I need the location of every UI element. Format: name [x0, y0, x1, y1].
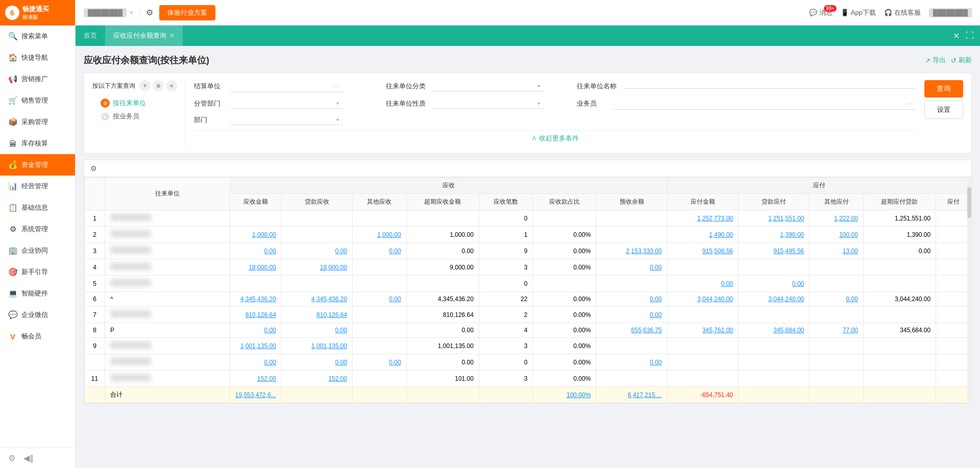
cell-link-value[interactable]: 0.00	[353, 292, 407, 307]
cell-link-value[interactable]: 0.00	[353, 354, 407, 371]
sidebar-item-inventory[interactable]: 🏛 库存核算	[0, 133, 75, 154]
cell-link-value[interactable]: 4,345,436.20	[230, 292, 281, 307]
sidebar-item-finance[interactable]: 💰 资金管理	[0, 154, 75, 176]
cell-link-value[interactable]: 0.00	[810, 292, 864, 307]
cell-link-value[interactable]: 152.00	[281, 371, 352, 387]
cell-link-value[interactable]: 915,508.56	[667, 243, 738, 259]
cell-link-value[interactable]: 1,001,135.00	[281, 338, 352, 354]
cell-link-value[interactable]: 1,000.00	[230, 227, 281, 243]
cell-link-value[interactable]: 18,000.00	[281, 259, 352, 276]
cell-link-value[interactable]: 345,761.00	[667, 323, 738, 338]
partner-category-select[interactable]: ▾	[432, 81, 544, 91]
partner-category-dropdown-icon[interactable]: ▾	[537, 83, 540, 89]
cell-link-value[interactable]: 0.00	[230, 243, 281, 259]
cell-link-value[interactable]: 0.00	[281, 243, 352, 259]
cell-link-value[interactable]: 0.00	[596, 259, 667, 276]
cell-link-value[interactable]: 1,000.00	[353, 227, 407, 243]
cell-link-value[interactable]: 0.00	[738, 276, 809, 292]
query-button[interactable]: 查询	[924, 80, 963, 97]
cell-link-value[interactable]: 2,153,333.00	[596, 243, 667, 259]
settlement-unit-dots-icon[interactable]: ···	[333, 82, 339, 90]
cell-link-value[interactable]: 152.00	[230, 371, 281, 387]
refresh-button[interactable]: ↺ 刷新	[951, 56, 972, 65]
salesman-dots-icon[interactable]: ···	[906, 100, 912, 107]
cell-link-value[interactable]: 3,044,240.00	[667, 292, 738, 307]
cell-link-value[interactable]: 0.00	[230, 323, 281, 338]
cell-link-value[interactable]: 0.00	[353, 243, 407, 259]
cell-link-value[interactable]: 0.00	[596, 354, 667, 371]
sidebar-item-purchase[interactable]: 📦 采购管理	[0, 111, 75, 133]
tab-expand-icon[interactable]: ⛶	[966, 31, 974, 40]
method-by-salesman[interactable]: 🕐 按业务员	[101, 110, 177, 123]
gear-icon[interactable]: ⚙	[146, 8, 153, 17]
add-method-btn[interactable]: +	[139, 80, 151, 91]
collapse-method-btn[interactable]: «	[166, 80, 177, 91]
sidebar-item-marketing[interactable]: 📢 营销推广	[0, 68, 75, 90]
cell-link-value[interactable]: 1,390.00	[738, 227, 809, 243]
cell-link-value[interactable]: 0.00	[230, 354, 281, 371]
cell-link-value[interactable]: 810,126.64	[281, 307, 352, 323]
cell-link-value[interactable]: 0.00	[596, 307, 667, 323]
dept-select[interactable]: ▾	[231, 115, 343, 125]
sidebar-item-enterprise-wx[interactable]: 💬 企业微信	[0, 304, 75, 326]
cell-link-value[interactable]: 345,684.00	[738, 323, 809, 338]
cell-link-value[interactable]: 3,044,240.00	[738, 292, 809, 307]
footer-ar-prepaid[interactable]: 6,417,215....	[596, 387, 667, 403]
sidebar-item-member[interactable]: V 畅会员	[0, 326, 75, 347]
cell-link-value[interactable]: 0.00	[281, 354, 352, 371]
sidebar-item-enterprise[interactable]: 🏢 企业协同	[0, 240, 75, 261]
cell-link-value[interactable]: 915,495.56	[738, 243, 809, 259]
tab-close-icon[interactable]: ✕	[169, 32, 175, 39]
cell-link-value[interactable]: 4,345,436.20	[281, 292, 352, 307]
footer-ar-ratio[interactable]: 100.00%	[533, 387, 596, 403]
dropdown-arrow-icon[interactable]: ▾	[130, 9, 133, 16]
online-service-link[interactable]: 🎧 在线客服	[884, 8, 921, 17]
dept-managed-select[interactable]: ▾	[231, 98, 343, 109]
user-info[interactable]: ████████	[929, 9, 972, 16]
sidebar-item-search-menu[interactable]: 🔍 搜索菜单	[0, 26, 75, 47]
settings-button[interactable]: 设置	[924, 101, 963, 119]
cell-link-value[interactable]: 1,222.00	[810, 210, 864, 227]
cell-link-value[interactable]: 655,636.75	[596, 323, 667, 338]
cell-link-value[interactable]: 810,126.64	[230, 307, 281, 323]
partner-nature-dropdown-icon[interactable]: ▾	[537, 101, 540, 106]
cell-link-value[interactable]: 0.00	[596, 292, 667, 307]
footer-ar-amount[interactable]: 19,553,472,6...	[230, 387, 281, 403]
collapse-more-btn[interactable]: ∧ 收起更多条件	[194, 130, 916, 146]
tab-home[interactable]: 首页	[76, 26, 105, 46]
cell-link-value[interactable]: 0.00	[667, 276, 738, 292]
dept-managed-dropdown-icon[interactable]: ▾	[336, 101, 339, 106]
sidebar-item-operations[interactable]: 📊 经营管理	[0, 176, 75, 197]
salesman-input[interactable]: ···	[614, 97, 916, 110]
bottom-collapse-icon[interactable]: ◀‖	[23, 453, 34, 463]
sidebar-item-system[interactable]: ⚙ 系统管理	[0, 218, 75, 240]
cell-link-value[interactable]: 13.00	[810, 243, 864, 259]
sidebar-item-smart-hw[interactable]: 💻 智能硬件	[0, 283, 75, 304]
cell-link-value[interactable]: 100.00	[810, 227, 864, 243]
partner-nature-select[interactable]: ▾	[432, 98, 544, 109]
partner-name-input[interactable]	[623, 84, 916, 89]
message-badge[interactable]: 💬 消息 99+	[809, 8, 832, 17]
table-settings-icon[interactable]: ⚙	[90, 164, 97, 173]
cell-link-value[interactable]: 1,252,773.00	[667, 210, 738, 227]
cell-link-value[interactable]: 0.00	[281, 323, 352, 338]
sidebar-item-quick-nav[interactable]: 🏠 快捷导航	[0, 47, 75, 68]
tab-close-all-icon[interactable]: ✕	[953, 31, 960, 41]
method-by-partner[interactable]: ⚙ 按往来单位	[101, 96, 177, 110]
cell-link-value[interactable]: 1,001,135.00	[230, 338, 281, 354]
scrollbar-track[interactable]	[967, 177, 971, 403]
cell-link-value[interactable]: 77.00	[810, 323, 864, 338]
dept-dropdown-icon[interactable]: ▾	[336, 117, 339, 122]
cell-link-value[interactable]: 1,251,551.00	[738, 210, 809, 227]
app-download-link[interactable]: 📱 App下载	[841, 8, 876, 17]
cell-link-value[interactable]: 18,000.00	[230, 259, 281, 276]
configure-method-btn[interactable]: ⚙	[153, 80, 164, 91]
trial-btn[interactable]: 体验行业方案	[159, 5, 215, 20]
sidebar-item-sales[interactable]: 🛒 销售管理	[0, 90, 75, 111]
tab-receivable-query[interactable]: 应收应付余额查询 ✕	[105, 26, 183, 46]
cell-link-value[interactable]: 1,490.00	[667, 227, 738, 243]
bottom-settings-icon[interactable]: ⚙	[8, 453, 15, 463]
settlement-unit-input[interactable]: ···	[231, 80, 343, 92]
sidebar-item-guide[interactable]: 🎯 新手引导	[0, 261, 75, 283]
scrollbar-thumb[interactable]	[967, 187, 971, 218]
